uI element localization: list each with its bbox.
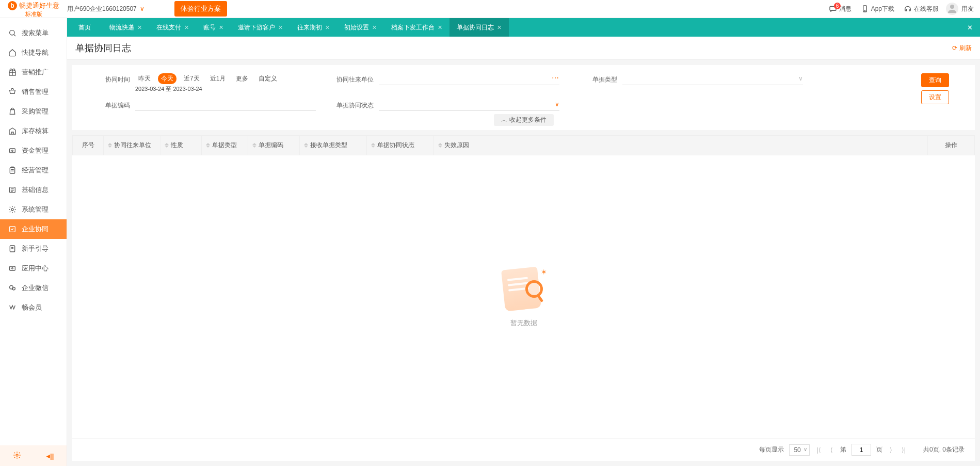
sidebar-item-apps[interactable]: 应用中心 [0, 259, 67, 278]
sidebar-item-guide[interactable]: 新手引导 [0, 239, 67, 259]
sidebar-item-label: 搜索菜单 [22, 28, 49, 38]
filter-time-range: 2023-03-24 至 2023-03-24 [135, 85, 316, 93]
close-icon[interactable]: ✕ [184, 24, 189, 31]
sidebar-item-wechat[interactable]: 企业微信 [0, 278, 67, 298]
user-avatar[interactable] [946, 3, 958, 15]
empty-text: 暂无数据 [510, 318, 537, 328]
sidebar-item-bag[interactable]: 采购管理 [0, 102, 67, 121]
column-header[interactable]: 单据协同状态 [367, 136, 434, 155]
messages-badge: 6 [834, 3, 841, 9]
sidebar-item-gear[interactable]: 系统管理 [0, 200, 67, 219]
filter-settings-button[interactable]: 设置 [921, 90, 949, 104]
refresh-icon: ⟳ [952, 44, 957, 52]
settings-gear-icon[interactable] [13, 451, 21, 461]
filter-status-input[interactable] [379, 99, 559, 111]
column-label: 序号 [82, 141, 94, 150]
time-option-5[interactable]: 自定义 [255, 73, 280, 84]
tabs-close-all-icon[interactable]: ✕ [962, 18, 978, 37]
column-header[interactable]: 协同往来单位 [104, 136, 160, 155]
query-button[interactable]: 查询 [921, 73, 949, 87]
sidebar-item-vip[interactable]: 畅会员 [0, 298, 67, 317]
close-icon[interactable]: ✕ [137, 24, 142, 31]
close-icon[interactable]: ✕ [219, 24, 223, 31]
refresh-button[interactable]: ⟳ 刷新 [952, 44, 972, 53]
filter-status-label: 单据协同状态 [336, 99, 374, 110]
chevron-down-icon: ∨ [140, 5, 144, 12]
sidebar-item-money[interactable]: 资金管理 [0, 141, 67, 160]
close-icon[interactable]: ✕ [497, 24, 502, 31]
sidebar-item-cart[interactable]: 销售管理 [0, 82, 67, 102]
column-header[interactable]: 单据编码 [248, 136, 300, 155]
time-option-2[interactable]: 近7天 [181, 73, 203, 84]
filter-code: 单据编码 [93, 99, 316, 111]
tab-0[interactable]: 首页 [67, 18, 102, 37]
tenant-selector[interactable]: 用户690企业1660120507 ∨ [67, 5, 170, 13]
time-option-3[interactable]: 近1月 [207, 73, 229, 84]
column-header[interactable]: 序号 [73, 136, 104, 155]
column-header[interactable]: 性质 [160, 136, 202, 155]
sidebar-item-search[interactable]: 搜索菜单 [0, 23, 67, 43]
column-header-action: 操作 [928, 136, 974, 155]
sort-icon [438, 142, 442, 149]
tab-label: 单据协同日志 [457, 23, 494, 32]
next-page-button[interactable]: ⟩ [888, 446, 894, 454]
sidebar-item-label: 销售管理 [22, 87, 49, 97]
pagination: 每页显示 50 |⟨ ⟨ 第 页 ⟩ ⟩| 共0页, 0条记录 [72, 438, 975, 461]
sidebar-item-clipboard[interactable]: 经营管理 [0, 160, 67, 180]
tab-6[interactable]: 初始设置✕ [337, 18, 384, 37]
first-page-button[interactable]: |⟨ [815, 446, 823, 454]
per-page-select[interactable]: 50 [789, 444, 809, 456]
time-option-1[interactable]: 今天 [158, 73, 176, 84]
tab-5[interactable]: 往来期初✕ [290, 18, 337, 37]
tab-7[interactable]: 档案下发工作台✕ [384, 18, 449, 37]
tab-8[interactable]: 单据协同日志✕ [449, 18, 509, 37]
sidebar-item-warehouse[interactable]: 库存核算 [0, 121, 67, 141]
time-option-0[interactable]: 昨天 [135, 73, 154, 84]
page-title: 单据协同日志 [75, 42, 131, 54]
column-header[interactable]: 失效原因 [434, 136, 928, 155]
user-name[interactable]: 用友 [961, 5, 974, 13]
page-prefix: 第 [840, 445, 846, 454]
sidebar-item-label: 基础信息 [22, 185, 49, 195]
online-service-link[interactable]: 在线客服 [904, 5, 939, 13]
messages-link[interactable]: 6 消息 [829, 5, 852, 13]
brand-name: 畅捷通好生意 [19, 1, 59, 10]
tab-4[interactable]: 邀请下游客户✕ [231, 18, 290, 37]
tab-label: 在线支付 [156, 23, 181, 32]
sidebar-collapse-icon[interactable]: ◂|| [46, 452, 54, 460]
app-download-link[interactable]: App下载 [861, 5, 894, 13]
prev-page-button[interactable]: ⟨ [828, 446, 835, 454]
sidebar-item-info[interactable]: 基础信息 [0, 180, 67, 200]
tab-1[interactable]: 物流快递✕ [102, 18, 149, 37]
tab-3[interactable]: 账号✕ [196, 18, 231, 37]
service-label: 在线客服 [914, 5, 939, 13]
gift-icon [8, 68, 17, 76]
tab-bar: 首页物流快递✕在线支付✕账号✕邀请下游客户✕往来期初✕初始设置✕档案下发工作台✕… [67, 18, 980, 37]
collapse-filters-button[interactable]: ︿ 收起更多条件 [494, 114, 554, 126]
sidebar-item-home[interactable]: 快捷导航 [0, 43, 67, 62]
sidebar-item-label: 企业协同 [22, 224, 49, 234]
wechat-icon [8, 284, 17, 292]
filter-code-input[interactable] [135, 99, 316, 111]
home-icon [8, 49, 17, 57]
column-header[interactable]: 单据类型 [202, 136, 248, 155]
close-icon[interactable]: ✕ [438, 24, 442, 31]
time-option-4[interactable]: 更多 [233, 73, 251, 84]
sidebar-item-gift[interactable]: 营销推广 [0, 62, 67, 82]
close-icon[interactable]: ✕ [372, 24, 377, 31]
tab-2[interactable]: 在线支付✕ [149, 18, 196, 37]
close-icon[interactable]: ✕ [278, 24, 283, 31]
sidebar-item-link[interactable]: 企业协同 [0, 219, 67, 239]
last-page-button[interactable]: ⟩| [899, 446, 908, 454]
filter-doctype-input[interactable] [622, 73, 803, 85]
gear-icon [8, 205, 17, 214]
page-input[interactable] [852, 444, 871, 456]
experience-plan-button[interactable]: 体验行业方案 [174, 1, 227, 17]
filter-partner-input[interactable] [379, 73, 559, 85]
guide-icon [8, 245, 17, 253]
svg-point-17 [16, 454, 18, 456]
close-icon[interactable]: ✕ [325, 24, 330, 31]
svg-point-7 [12, 150, 13, 152]
sort-icon [108, 142, 112, 149]
column-header[interactable]: 接收单据类型 [300, 136, 367, 155]
